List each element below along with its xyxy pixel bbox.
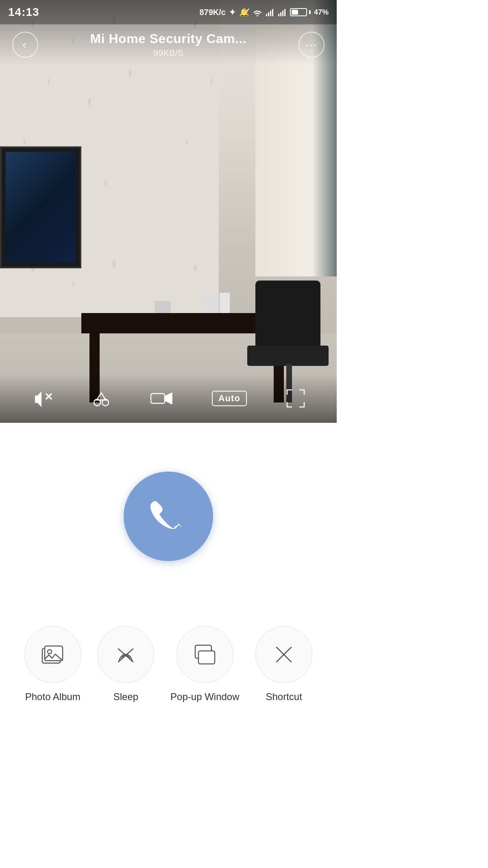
status-time: 14:13 [8,6,39,19]
call-button[interactable] [124,472,213,561]
battery-cap [309,10,311,14]
network-speed: 879K/c [199,8,226,17]
phone-icon [146,494,191,539]
status-bar: 14:13 879K/c ✦ 🔔̸ [0,0,337,24]
more-dots-icon: ⋯ [305,38,318,52]
svg-point-0 [257,15,258,16]
svg-rect-16 [151,394,165,403]
battery-body [290,8,307,16]
sleep-icon [115,644,136,665]
svg-line-13 [97,393,101,399]
photo-album-label: Photo Album [25,691,81,703]
battery-fill [292,10,298,15]
svg-marker-17 [165,393,172,404]
tv-area [0,146,81,268]
svg-rect-6 [280,12,281,16]
photo-album-circle [24,626,81,683]
camera-title-group: Mi Home Security Cam... 99KB/S [90,31,247,59]
fullscreen-button[interactable] [286,389,305,408]
signal2-icon [278,8,287,17]
camera-controls: Auto [0,374,337,423]
back-button[interactable]: ‹ [12,32,38,58]
more-button[interactable]: ⋯ [298,32,325,58]
battery-percent: 47% [314,8,329,17]
battery-indicator: 47% [290,8,329,17]
tv-screen [6,152,76,263]
call-button-container [124,472,213,561]
svg-rect-8 [284,9,285,16]
photo-album-icon [41,644,64,665]
svg-rect-4 [272,9,273,16]
back-chevron-icon: ‹ [22,38,26,51]
popup-icon [194,644,216,665]
desk-item3 [220,293,230,313]
auto-button[interactable]: Auto [212,391,247,406]
shortcut-button[interactable]: Shortcut [255,626,312,703]
bluetooth-icon: ✦ [229,7,236,17]
svg-line-14 [101,393,105,399]
desk-item1 [155,301,171,313]
signal1-icon [266,8,274,17]
mute-button[interactable] [32,390,52,407]
lower-section: Photo Album Sleep [0,423,337,719]
popup-circle [176,626,233,683]
shortcut-circle [255,626,312,683]
svg-rect-7 [282,11,283,16]
popup-window-label: Pop-up Window [170,691,239,703]
sleep-circle [97,626,154,683]
wifi-icon [253,8,262,17]
camera-speed: 99KB/S [90,48,247,59]
screenshot-button[interactable] [92,389,111,408]
status-right: 879K/c ✦ 🔔̸ [199,7,329,17]
svg-rect-24 [198,651,215,664]
chair-seat [247,346,329,366]
camera-feed: 14:13 879K/c ✦ 🔔̸ [0,0,337,423]
chair-back [255,281,320,350]
svg-rect-3 [270,11,271,16]
sleep-button[interactable]: Sleep [97,626,154,703]
camera-title: Mi Home Security Cam... [90,31,247,46]
notification-muted-icon: 🔔̸ [239,7,249,17]
shortcut-icon [273,644,294,665]
video-icon [150,391,172,406]
desk-item2 [203,293,216,313]
action-buttons-row: Photo Album Sleep [8,626,329,703]
mute-icon [32,390,52,407]
shortcut-label: Shortcut [266,691,302,703]
fullscreen-icon [286,389,305,408]
photo-album-button[interactable]: Photo Album [24,626,81,703]
svg-rect-1 [266,14,267,16]
sleep-label: Sleep [113,691,138,703]
scissors-icon [92,389,111,408]
svg-rect-2 [268,12,269,16]
svg-rect-5 [278,14,279,16]
video-button[interactable] [150,391,172,406]
popup-window-button[interactable]: Pop-up Window [170,626,239,703]
